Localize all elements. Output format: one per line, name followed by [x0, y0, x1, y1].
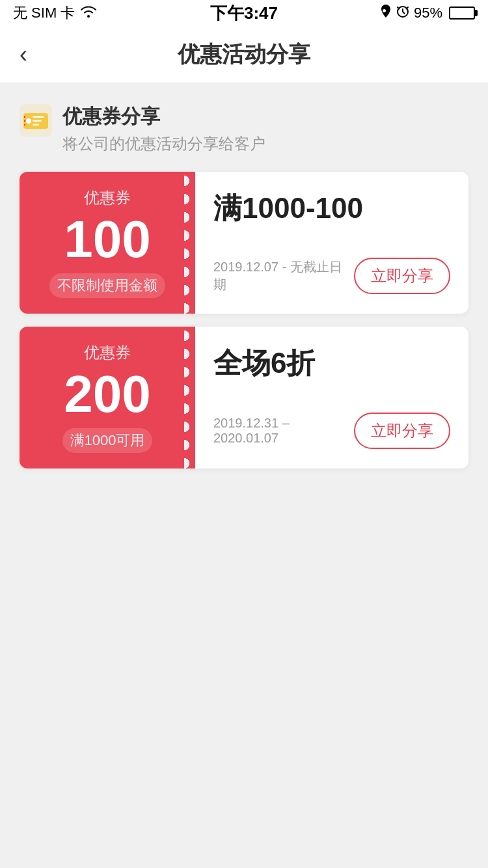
status-bar: 无 SIM 卡 下午3:47 95% — [0, 0, 488, 26]
battery-icon — [449, 7, 475, 20]
coupon-date-0: 2019.12.07 - 无截止日期 — [213, 258, 346, 293]
status-right: 95% — [380, 4, 475, 22]
back-button[interactable]: ‹ — [20, 43, 27, 66]
share-button-1[interactable]: 立即分享 — [354, 413, 450, 449]
wifi-icon — [80, 5, 97, 21]
battery-percent: 95% — [414, 5, 442, 21]
coupon-condition-0: 不限制使用金额 — [49, 273, 165, 298]
coupon-left-0: 优惠券 100 不限制使用金额 — [20, 172, 195, 314]
svg-rect-4 — [33, 116, 44, 118]
coupon-list: 优惠券 100 不限制使用金额 满1000-100 2019.12.07 - 无… — [0, 165, 488, 488]
coupon-type-0: 优惠券 — [84, 187, 131, 208]
coupon-date-1: 2019.12.31 – 2020.01.07 — [213, 416, 346, 446]
coupon-type-1: 优惠券 — [84, 342, 131, 363]
status-time: 下午3:47 — [210, 2, 278, 25]
location-icon — [380, 4, 392, 22]
coupon-left-1: 优惠券 200 满1000可用 — [20, 327, 195, 468]
carrier-text: 无 SIM 卡 — [13, 3, 75, 23]
nav-bar: ‹ 优惠活动分享 — [0, 26, 488, 83]
share-button-0[interactable]: 立即分享 — [354, 258, 450, 294]
coupon-amount-0: 100 — [64, 213, 150, 265]
section-title: 优惠券分享 — [62, 103, 265, 130]
section-description: 将公司的优惠活动分享给客户 — [62, 133, 265, 155]
svg-rect-5 — [33, 120, 42, 122]
coupon-name-0: 满1000-100 — [213, 191, 450, 226]
page-title: 优惠活动分享 — [178, 40, 310, 70]
coupon-amount-1: 200 — [64, 368, 150, 420]
coupon-condition-1: 满1000可用 — [62, 428, 153, 453]
coupon-right-1: 全场6折 2019.12.31 – 2020.01.07 立即分享 — [195, 327, 468, 468]
svg-point-3 — [26, 118, 31, 124]
page-rest — [0, 488, 488, 748]
coupon-right-0: 满1000-100 2019.12.07 - 无截止日期 立即分享 — [195, 172, 468, 314]
coupon-name-1: 全场6折 — [213, 346, 450, 381]
coupon-bottom-1: 2019.12.31 – 2020.01.07 立即分享 — [213, 413, 450, 449]
section-header: 优惠券分享 将公司的优惠活动分享给客户 — [0, 83, 488, 165]
coupon-card: 优惠券 200 满1000可用 全场6折 2019.12.31 – 2020.0… — [20, 327, 468, 468]
coupon-icon — [20, 104, 52, 137]
section-text-group: 优惠券分享 将公司的优惠活动分享给客户 — [62, 103, 265, 155]
status-left: 无 SIM 卡 — [13, 3, 97, 23]
coupon-bottom-0: 2019.12.07 - 无截止日期 立即分享 — [213, 258, 450, 294]
coupon-card: 优惠券 100 不限制使用金额 满1000-100 2019.12.07 - 无… — [20, 172, 468, 314]
alarm-icon — [396, 4, 410, 22]
svg-rect-6 — [33, 124, 39, 126]
